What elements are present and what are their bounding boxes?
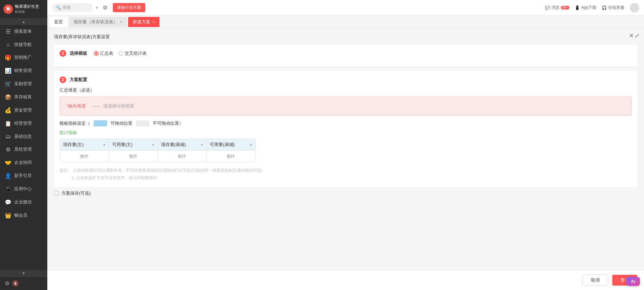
ai-fab-button[interactable]: Ai bbox=[626, 277, 640, 286]
sidebar-item-purchase[interactable]: 🛒 采购管理 bbox=[0, 77, 47, 91]
topbar: 🔍 搜索 ▾ ⚙ 体验行业方案 💬 消息 99+ 📱 App下载 🎧 在线客服 bbox=[47, 0, 644, 16]
stats-table: 现存量(主) ▾ 可用量(主) ▾ 现存量(基辅) ▾ bbox=[59, 139, 255, 162]
stats-cell-1: 合计 bbox=[109, 151, 158, 162]
stats-col-3-chevron[interactable]: ▾ bbox=[250, 143, 252, 147]
settings-bottom-icon[interactable]: ⚙ bbox=[5, 280, 9, 287]
stats-col-2-chevron[interactable]: ▾ bbox=[201, 143, 203, 147]
radio-summary-circle bbox=[94, 51, 99, 56]
hint-item-1: 2. 点击标题栏下拉可设置排序、插入列和删除列 bbox=[72, 174, 632, 182]
sidebar-item-basic[interactable]: 🗂 基础信息 bbox=[0, 130, 47, 143]
stats-cell-2: 合计 bbox=[158, 151, 207, 162]
main-area: 🔍 搜索 ▾ ⚙ 体验行业方案 💬 消息 99+ 📱 App下载 🎧 在线客服 bbox=[47, 0, 644, 290]
section2-num: 2 bbox=[59, 76, 66, 83]
sidebar-item-quick-nav[interactable]: ⌂ 快捷导航 bbox=[0, 38, 47, 51]
topbar-dropdown[interactable]: ▾ bbox=[96, 5, 98, 10]
radio-cross-label: 交叉统计表 bbox=[125, 50, 147, 56]
close-panel-icon[interactable]: ✕ bbox=[629, 32, 634, 39]
tab-inventory-close[interactable]: × bbox=[120, 20, 122, 24]
sidebar-item-management[interactable]: 📋 经营管理 bbox=[0, 117, 47, 130]
stats-col-1[interactable]: 可用量(主) ▾ bbox=[109, 139, 158, 150]
sidebar-scroll-down[interactable]: ▼ bbox=[0, 270, 47, 276]
app-download-action[interactable]: 📱 App下载 bbox=[575, 5, 596, 10]
sidebar-item-newguide[interactable]: 👤 新手引导 bbox=[0, 169, 47, 183]
cancel-button[interactable]: 取消 bbox=[583, 274, 608, 286]
stats-table-row: 合计 合计 合计 合计 bbox=[60, 150, 255, 162]
hint-text-1: 2. 点击标题栏下拉可设置排序、插入列和删除列 bbox=[72, 174, 157, 182]
indicator-undraggable-text: 不可拖动位置） bbox=[153, 120, 183, 126]
stats-col-0-chevron[interactable]: ▾ bbox=[103, 143, 105, 147]
stats-cell-3: 合计 bbox=[206, 151, 255, 162]
user-avatar[interactable] bbox=[630, 3, 639, 13]
save-option: 方案保存(可选) bbox=[54, 187, 637, 200]
section-config: 2 方案配置 汇总维度（必选） *纵向维度 —— 请选择分组维度 模板指标设定（… bbox=[54, 71, 637, 187]
tab-inventory-label: 现存量（库存状况表） bbox=[74, 19, 118, 25]
radio-summary[interactable]: 汇总表 bbox=[94, 50, 113, 56]
radio-summary-label: 汇总表 bbox=[100, 50, 113, 56]
stats-section: 统计指标 现存量(主) ▾ 可用量(主) ▾ bbox=[59, 130, 632, 162]
crown-icon: 👑 bbox=[5, 212, 11, 219]
search-text: 搜索 bbox=[63, 5, 71, 10]
sidebar-item-appcenter[interactable]: 📱 应用中心 bbox=[0, 183, 47, 196]
sidebar-item-wechat[interactable]: 💬 企业微信 bbox=[0, 196, 47, 209]
gift-icon: 🎁 bbox=[5, 54, 11, 61]
main-content: ✕ ⤢ 现存量(库存状况表)方案设置 1 选择模板 汇总表 bbox=[47, 28, 644, 270]
stats-col-0[interactable]: 现存量(主) ▾ bbox=[60, 139, 109, 150]
page-title: 现存量(库存状况表)方案设置 bbox=[54, 34, 637, 40]
stats-title: 统计指标 bbox=[59, 130, 632, 136]
msg-action[interactable]: 💬 消息 99+ bbox=[545, 5, 569, 10]
audio-icon[interactable]: 🔇 bbox=[12, 280, 19, 287]
expand-panel-icon[interactable]: ⤢ bbox=[635, 32, 639, 39]
save-option-label: 方案保存(可选) bbox=[61, 190, 91, 196]
sidebar-logo: 畅 畅康通好生意 标准版 bbox=[0, 0, 47, 19]
tab-home[interactable]: 首页 bbox=[49, 17, 68, 27]
tab-new-plan-label: 新建方案 bbox=[133, 19, 150, 25]
footer: 取消 查询 bbox=[47, 270, 644, 290]
stats-col-2[interactable]: 现存量(基辅) ▾ bbox=[158, 139, 207, 150]
sidebar-item-sales[interactable]: 📊 销售管理 bbox=[0, 64, 47, 77]
tab-new-plan[interactable]: 新建方案 × bbox=[128, 17, 159, 27]
tab-new-plan-close[interactable]: × bbox=[152, 20, 155, 24]
sidebar-item-inventory[interactable]: 📦 库存核算 bbox=[0, 91, 47, 104]
indicator-draggable-block bbox=[94, 120, 107, 126]
save-checkbox[interactable] bbox=[54, 191, 59, 196]
tabbar: 首页 现存量（库存状况表） × 新建方案 × bbox=[47, 16, 644, 28]
stats-col-1-chevron[interactable]: ▾ bbox=[152, 143, 154, 147]
sidebar-label-search: 搜索菜单 bbox=[14, 28, 32, 34]
online-service-action[interactable]: 🎧 在线客服 bbox=[602, 5, 624, 10]
stats-table-header: 现存量(主) ▾ 可用量(主) ▾ 现存量(基辅) ▾ bbox=[60, 139, 255, 150]
sidebar-nav: ☰ 搜索菜单 ⌂ 快捷导航 🎁 营销推广 📊 销售管理 🛒 采购管理 📦 库存核… bbox=[0, 25, 47, 270]
chat-icon: 💬 bbox=[5, 199, 11, 206]
sidebar-item-marketing[interactable]: 🎁 营销推广 bbox=[0, 51, 47, 64]
sidebar-bottom: ⚙ 🔇 bbox=[0, 276, 47, 290]
indicator-draggable-text: 可拖动位置 bbox=[110, 120, 132, 126]
stats-cell-0: 合计 bbox=[60, 151, 109, 162]
radio-cross[interactable]: 交叉统计表 bbox=[119, 50, 147, 56]
sidebar: 畅 畅康通好生意 标准版 ▲ ☰ 搜索菜单 ⌂ 快捷导航 🎁 营销推广 📊 销售… bbox=[0, 0, 47, 290]
sidebar-item-system[interactable]: ⚙ 系统管理 bbox=[0, 143, 47, 156]
section1-num: 1 bbox=[59, 50, 66, 57]
stats-col-0-label: 现存量(主) bbox=[63, 142, 84, 148]
sidebar-item-member[interactable]: 👑 畅会员 bbox=[0, 209, 47, 222]
indicator-setting: 模板指标设定（ 可拖动位置 不可拖动位置） bbox=[59, 120, 632, 126]
topbar-settings-icon[interactable]: ⚙ bbox=[103, 4, 107, 11]
stats-col-1-label: 可用量(主) bbox=[112, 142, 133, 148]
section1-header: 1 选择模板 汇总表 交叉统计表 bbox=[59, 50, 632, 57]
section2-header: 2 方案配置 bbox=[59, 76, 632, 83]
search-bar[interactable]: 🔍 搜索 bbox=[52, 3, 93, 12]
hint-item-0: 提示： 1.拖动标题栏可以调整布局，不可跨维度或指标区域拖动栏目字段(只能在同一… bbox=[59, 167, 632, 174]
sidebar-item-search[interactable]: ☰ 搜索菜单 bbox=[0, 25, 47, 38]
box-icon: 📦 bbox=[5, 94, 11, 100]
template-radio-group: 汇总表 交叉统计表 bbox=[94, 50, 147, 56]
sidebar-scroll-up[interactable]: ▲ bbox=[0, 19, 47, 25]
search-icon: 🔍 bbox=[56, 5, 61, 10]
sidebar-item-finance[interactable]: 💰 资金管理 bbox=[0, 104, 47, 117]
mobile-icon: 📱 bbox=[5, 186, 11, 192]
msg-icon: 💬 bbox=[545, 5, 550, 10]
sidebar-item-cooperation[interactable]: 🤝 企业协同 bbox=[0, 156, 47, 169]
tab-inventory[interactable]: 现存量（库存状况表） × bbox=[69, 17, 127, 27]
stats-col-3[interactable]: 可用量(基辅) ▾ bbox=[206, 139, 255, 150]
stats-col-2-label: 现存量(基辅) bbox=[161, 142, 186, 148]
try-industry-button[interactable]: 体验行业方案 bbox=[113, 3, 145, 12]
section2-title: 方案配置 bbox=[70, 77, 87, 83]
dimension-area[interactable]: *纵向维度 —— 请选择分组维度 bbox=[59, 97, 632, 116]
